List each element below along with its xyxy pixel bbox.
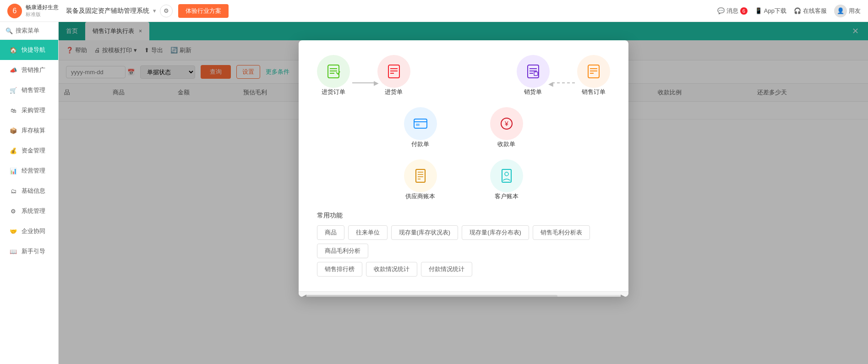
payment-bill-node: 付款单 — [404, 107, 437, 148]
message-badge: 6 — [740, 7, 748, 15]
sidebar-item-corp-collab[interactable]: 🤝 企业协同 — [0, 221, 58, 241]
finance-icon: 💰 — [9, 146, 18, 155]
app-container: 6 畅康通好生意 标准版 装备及固定资产辅助管理系统 ▾ ⚙ 体验行业方案 💬 … — [0, 0, 868, 364]
flow-section: 进货订单 ▶ — [317, 55, 610, 201]
message-item[interactable]: 💬 消息 6 — [717, 7, 748, 15]
sidebar-item-sales[interactable]: 🛒 销售管理 — [0, 80, 58, 100]
operations-icon: 📊 — [9, 166, 18, 175]
sales-bill-icon[interactable] — [517, 55, 550, 88]
common-section: 常用功能 商品 往来单位 现存量(库存状况表) 现存量(库存分布表) 销售毛利分… — [317, 212, 610, 277]
search-icon: 🔍 — [5, 27, 13, 34]
btn-partners[interactable]: 往来单位 — [348, 225, 388, 240]
sidebar-item-system[interactable]: ⚙ 系统管理 — [0, 201, 58, 221]
payment-bill-icon[interactable] — [404, 107, 437, 140]
sales-order-icon[interactable] — [577, 55, 610, 88]
btn-payment-stat[interactable]: 付款情况统计 — [421, 262, 472, 277]
user-item[interactable]: 👤 用友 — [834, 5, 861, 17]
sidebar-item-operations[interactable]: 📊 经营管理 — [0, 161, 58, 181]
common-buttons-row-1: 商品 往来单位 现存量(库存状况表) 现存量(库存分布表) 销售毛利分析表 商品… — [317, 225, 610, 258]
btn-sales-rank[interactable]: 销售排行榜 — [317, 262, 362, 277]
main-area: 🔍 搜索菜单 🏠 快捷导航 📣 营销推广 🛒 销售管理 🛍 采购管理 📦 — [0, 22, 868, 364]
online-service-item[interactable]: 🎧 在线客服 — [794, 7, 827, 15]
sales-bill-label: 销货单 — [524, 88, 542, 96]
content-area: 首页 销售订单执行表 × ✕ ❓ 帮助 🖨 按模板打印 — [59, 22, 868, 364]
sales-order-label: 销售订单 — [582, 88, 606, 96]
sales-bill-node: 销货单 — [517, 55, 550, 96]
modal-overlay[interactable]: 进货订单 ▶ — [59, 22, 868, 364]
phone-icon: 📱 — [755, 7, 762, 14]
sales-icon: 🛒 — [9, 86, 18, 95]
top-bar-right: 💬 消息 6 📱 App下载 🎧 在线客服 👤 用友 — [717, 5, 861, 17]
common-functions-title: 常用功能 — [317, 212, 610, 220]
spacer-2-mid — [437, 107, 490, 148]
app-download-item[interactable]: 📱 App下载 — [755, 7, 786, 15]
modal-scrollbar[interactable]: ◀ ▶ — [299, 291, 628, 297]
svg-rect-19 — [416, 124, 420, 126]
sales-order-node: 销售订单 — [577, 55, 610, 96]
message-icon: 💬 — [717, 7, 725, 14]
spacer-2-end — [551, 107, 610, 148]
arrow-sales: ◀ — [550, 82, 577, 96]
sidebar-item-inventory[interactable]: 📦 库存核算 — [0, 120, 58, 141]
purchase-bill-icon[interactable] — [377, 55, 410, 88]
headset-icon: 🎧 — [794, 7, 801, 14]
supplier-ledger-label: 供应商账本 — [405, 192, 435, 201]
btn-goods-profit[interactable]: 商品毛利分析 — [317, 244, 368, 258]
svg-rect-22 — [416, 169, 425, 182]
sidebar-item-basic-info[interactable]: 🗂 基础信息 — [0, 181, 58, 201]
sidebar: 🔍 搜索菜单 🏠 快捷导航 📣 营销推广 🛒 销售管理 🛍 采购管理 📦 — [0, 22, 59, 364]
modal-content: 进货订单 ▶ — [299, 40, 628, 291]
basic-info-icon: 🗂 — [9, 186, 18, 196]
purchase-bill-node: 进货单 — [377, 55, 410, 96]
svg-rect-17 — [414, 119, 427, 128]
receipt-bill-node: ¥ 收款单 — [490, 107, 523, 148]
avatar: 👤 — [834, 5, 847, 17]
sidebar-item-purchase[interactable]: 🛍 采购管理 — [0, 100, 58, 120]
customer-ledger-icon[interactable] — [490, 159, 523, 192]
marketing-icon: 📣 — [9, 65, 18, 75]
btn-receipt-stat[interactable]: 收款情况统计 — [366, 262, 417, 277]
user-name: 用友 — [849, 7, 861, 15]
sidebar-item-new-guide[interactable]: 📖 新手引导 — [0, 241, 58, 261]
receipt-bill-icon[interactable]: ¥ — [490, 107, 523, 140]
scroll-right-arrow[interactable]: ▶ — [621, 293, 625, 297]
receipt-bill-label: 收款单 — [497, 140, 515, 148]
supplier-ledger-icon[interactable] — [404, 159, 437, 192]
purchase-order-node: 进货订单 — [317, 55, 350, 96]
flow-row-3: 供应商账本 客户账本 — [317, 159, 610, 201]
dropdown-icon[interactable]: ▾ — [153, 7, 156, 14]
inventory-icon: 📦 — [9, 126, 18, 135]
trial-button[interactable]: 体验行业方案 — [178, 4, 229, 18]
sidebar-search[interactable]: 🔍 搜索菜单 — [0, 22, 58, 40]
payment-bill-label: 付款单 — [411, 140, 429, 148]
spacer-3-arrow2 — [523, 159, 551, 201]
settings-icon[interactable]: ⚙ — [160, 5, 173, 17]
spacer-3-end — [551, 159, 610, 201]
purchase-icon: 🛍 — [9, 106, 18, 115]
arrow-purchase: ▶ — [350, 82, 377, 96]
scroll-track — [306, 295, 621, 297]
btn-goods[interactable]: 商品 — [317, 225, 344, 240]
purchase-bill-label: 进货单 — [385, 88, 403, 96]
spacer-2-0 — [317, 107, 377, 148]
customer-ledger-label: 客户账本 — [495, 192, 519, 201]
logo-icon: 6 — [7, 4, 22, 18]
logo-text: 畅康通好生意 标准版 — [26, 4, 59, 18]
btn-stock-dist[interactable]: 现存量(库存分布表) — [462, 225, 529, 240]
customer-ledger-node: 客户账本 — [490, 159, 523, 201]
btn-sales-profit[interactable]: 销售毛利分析表 — [533, 225, 590, 240]
sidebar-item-finance[interactable]: 💰 资金管理 — [0, 141, 58, 161]
purchase-order-icon[interactable] — [317, 55, 350, 88]
scroll-thumb — [306, 295, 558, 297]
spacer-3-mid — [437, 159, 490, 201]
scroll-left-arrow[interactable]: ◀ — [302, 293, 306, 297]
sidebar-item-marketing[interactable]: 📣 营销推广 — [0, 60, 58, 80]
spacer-2-arrow — [377, 107, 404, 148]
flow-row-1: 进货订单 ▶ — [317, 55, 610, 96]
purchase-order-label: 进货订单 — [322, 88, 345, 96]
svg-rect-12 — [534, 72, 538, 76]
btn-stock-status[interactable]: 现存量(库存状况表) — [391, 225, 459, 240]
svg-point-28 — [505, 172, 508, 176]
spacer-2-arrow2 — [523, 107, 551, 148]
sidebar-item-quick-nav[interactable]: 🏠 快捷导航 — [0, 40, 58, 60]
